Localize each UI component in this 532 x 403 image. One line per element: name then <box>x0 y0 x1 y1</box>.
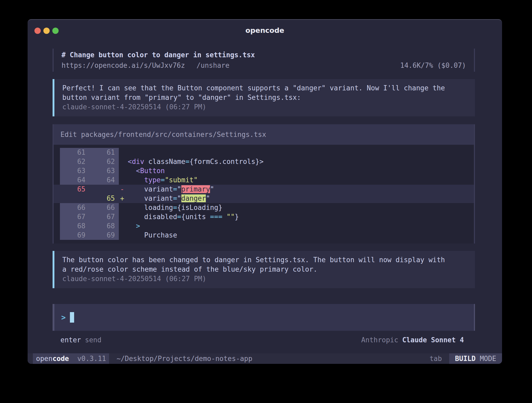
token-cost-stats: 14.6K/7% ($0.07) <box>400 60 466 71</box>
diff-row: 6363 <Button <box>54 166 474 175</box>
model-label: Claude Sonnet 4 <box>402 336 464 344</box>
diff-old-lineno: 64 <box>60 175 89 185</box>
code-token: danger <box>181 194 206 202</box>
diff-rows: 61616262<div className={formCs.controls}… <box>54 145 474 244</box>
code-token: = <box>177 213 181 221</box>
diff-old-lineno <box>60 194 89 203</box>
diff-marker <box>119 166 128 175</box>
message-line: The button color has been changed to dan… <box>62 255 468 265</box>
code-token: {units <box>181 213 210 221</box>
code-token: > <box>136 222 140 230</box>
model-timestamp: claude-sonnet-4-20250514 (06:27 PM) <box>62 274 468 283</box>
diff-marker <box>119 175 128 185</box>
window-title: opencode <box>245 23 284 34</box>
code-token <box>222 213 227 221</box>
code-token: {isLoading} <box>177 204 222 211</box>
diff-code-line: <div className={formCs.controls}> <box>128 157 264 166</box>
prompt-symbol: > <box>61 313 66 322</box>
diff-old-lineno: 67 <box>60 212 89 221</box>
edit-file-header: Edit packages/frontend/src/containers/Se… <box>54 124 474 145</box>
code-token: " <box>210 185 214 193</box>
zoom-button[interactable] <box>52 28 59 34</box>
traffic-lights <box>34 28 59 34</box>
code-token: variant <box>128 194 173 202</box>
minimize-button[interactable] <box>43 28 50 34</box>
diff-new-lineno: 67 <box>89 212 119 221</box>
window-titlebar: opencode <box>28 20 502 37</box>
diff-row: 6969 Purchase <box>54 231 474 240</box>
diff-code-line: variant="danger" <box>128 194 210 203</box>
diff-row: 6262<div className={formCs.controls}> <box>54 157 474 166</box>
diff-row: 6666 loading={isLoading} <box>54 203 474 212</box>
code-token: Button <box>140 167 165 175</box>
diff-row-pad <box>54 157 60 166</box>
diff-row-pad <box>54 175 60 185</box>
send-action-hint: send <box>85 336 101 344</box>
code-token: "" <box>227 213 235 221</box>
app-version-badge: opencode v0.3.11 <box>33 353 109 364</box>
diff-marker: + <box>119 194 128 203</box>
enter-key-hint: enter <box>60 336 81 344</box>
session-header: # Change button color to danger in setti… <box>53 49 475 72</box>
code-token <box>128 176 144 184</box>
diff-code-line: variant="primary" <box>128 185 214 194</box>
diff-row-pad <box>54 212 60 221</box>
message-line: Perfect! I can see that the Button compo… <box>62 83 468 93</box>
main-content: # Change button color to danger in setti… <box>28 37 502 353</box>
diff-row: 65- variant="primary" <box>54 185 474 194</box>
diff-row-pad <box>54 166 60 175</box>
diff-old-lineno: 66 <box>60 203 89 212</box>
diff-new-lineno: 62 <box>89 157 119 166</box>
assistant-message-1: Perfect! I can see that the Button compo… <box>53 79 475 116</box>
close-button[interactable] <box>34 28 41 34</box>
diff-new-lineno: 69 <box>89 231 119 240</box>
diff-old-lineno: 61 <box>60 148 89 157</box>
diff-row-pad <box>54 194 60 203</box>
diff-new-lineno: 63 <box>89 166 119 175</box>
code-token: primary <box>181 185 210 193</box>
diff-old-lineno: 68 <box>60 221 89 231</box>
code-token: = <box>173 194 177 202</box>
diff-new-lineno: 66 <box>89 203 119 212</box>
diff-old-lineno: 62 <box>60 157 89 166</box>
code-token: < <box>136 167 140 175</box>
diff-marker <box>119 157 128 166</box>
diff-code-line: type="submit" <box>128 175 198 185</box>
diff-row-pad <box>54 231 60 240</box>
diff-row-pad <box>54 185 60 194</box>
diff-row-pad <box>54 148 60 157</box>
code-token: < <box>128 158 132 166</box>
code-token: type <box>144 176 161 184</box>
diff-row: 65+ variant="danger" <box>54 194 474 203</box>
code-token: = <box>173 185 177 193</box>
diff-marker: - <box>119 185 128 194</box>
text-cursor <box>70 312 74 323</box>
prompt-input[interactable]: > <box>53 304 475 331</box>
mode-badge: BUILDMODE <box>449 353 502 364</box>
code-token: className <box>144 158 186 166</box>
diff-marker <box>119 231 128 240</box>
app-name-open: open <box>36 355 53 363</box>
mode-name: BUILD <box>455 355 475 363</box>
share-url-link[interactable]: https://opencode.ai/s/UwJxv76z <box>62 60 185 71</box>
diff-row-pad <box>54 203 60 212</box>
tab-key-hint: tab <box>429 355 442 363</box>
diff-new-lineno: 64 <box>89 175 119 185</box>
app-version: v0.3.11 <box>77 355 106 363</box>
session-title: # Change button color to danger in setti… <box>62 50 466 60</box>
diff-old-lineno: 65 <box>60 185 89 194</box>
working-directory: ~/Desktop/Projects/demo-notes-app <box>116 355 252 363</box>
code-token: = <box>185 158 190 166</box>
code-token: div <box>132 158 144 166</box>
diff-new-lineno: 65 <box>89 194 119 203</box>
message-line: button variant from "primary" to "danger… <box>62 93 468 102</box>
status-bar: opencode v0.3.11 ~/Desktop/Projects/demo… <box>28 353 502 364</box>
unshare-command[interactable]: /unshare <box>197 60 229 71</box>
code-token <box>128 167 136 175</box>
diff-row-pad <box>54 221 60 231</box>
code-token: "submit" <box>165 176 198 184</box>
diff-marker <box>119 221 128 231</box>
code-token: " <box>177 194 181 202</box>
code-token <box>128 222 136 230</box>
code-token: " <box>206 194 210 202</box>
